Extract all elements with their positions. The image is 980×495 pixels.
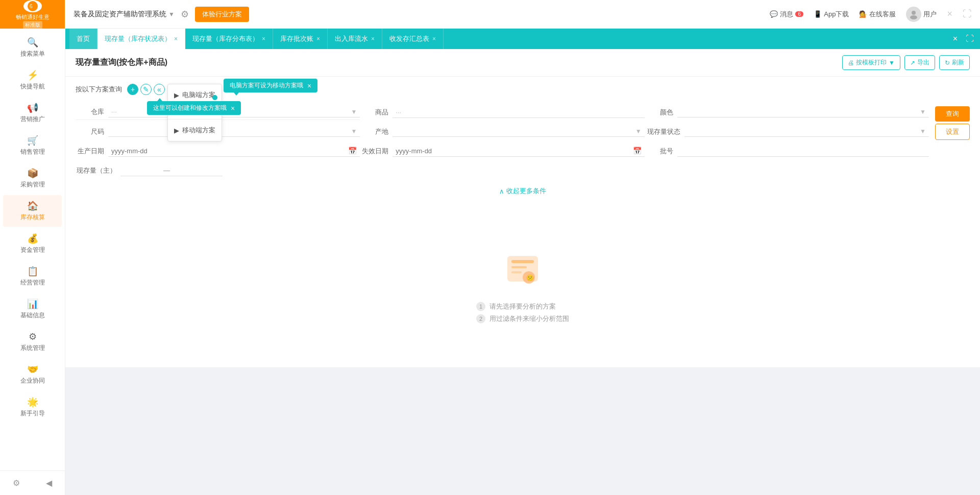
svg-point-2 <box>912 11 916 15</box>
stock-main-control[interactable]: — <box>120 165 223 176</box>
add-scheme-btn[interactable]: + <box>127 84 138 95</box>
inventory-icon: 🏠 <box>27 200 38 211</box>
sidebar-item-guide[interactable]: 🌟 新手引导 <box>3 391 62 423</box>
batch-no-input[interactable] <box>680 147 926 155</box>
tab-inout-flow-close[interactable]: × <box>371 35 375 42</box>
tab-inventory-dist-label: 现存量（库存分布表） <box>192 34 259 43</box>
search-btn[interactable]: 查询 <box>935 106 970 122</box>
system-title-text: 装备及固定资产辅助管理系统 <box>74 10 166 19</box>
goods-control[interactable]: ··· <box>393 107 644 118</box>
sidebar-item-sales[interactable]: 🛒 销售管理 <box>3 130 62 161</box>
system-title-select[interactable]: 装备及固定资产辅助管理系统 ▼ <box>74 10 175 19</box>
template-print-btn[interactable]: 🖨 按模板打印 ▼ <box>842 55 900 70</box>
tab-collect-summary-label: 收发存汇总表 <box>389 34 429 43</box>
tab-inventory-status-close[interactable]: × <box>174 35 178 42</box>
svg-point-0 <box>28 1 38 11</box>
warehouse-label: 仓库 <box>76 107 104 116</box>
sidebar-item-search[interactable]: 🔍 搜索菜单 <box>3 32 62 63</box>
origin-control[interactable]: ▼ <box>393 126 644 137</box>
sidebar-item-marketing[interactable]: 📢 营销推广 <box>3 97 62 129</box>
create-tooltip-close[interactable]: × <box>231 104 235 112</box>
operation-icon: 📋 <box>27 266 38 277</box>
sidebar-item-purchase[interactable]: 📦 采购管理 <box>3 162 62 194</box>
batch-no-control[interactable] <box>677 146 929 157</box>
topbar-close-icon[interactable]: × <box>947 9 952 19</box>
tab-inventory-dist-close[interactable]: × <box>262 35 265 42</box>
logo-text: 畅销通好生意 <box>16 13 50 21</box>
search-icon: 🔍 <box>27 37 38 48</box>
message-item[interactable]: 💬 消息 6 <box>770 10 803 19</box>
origin-field: 产地 ▼ <box>360 124 644 139</box>
origin-chevron: ▼ <box>635 128 642 135</box>
tab-batch-ledger-close[interactable]: × <box>316 35 320 42</box>
sidebar-item-enterprise[interactable]: 🤝 企业协同 <box>3 359 62 390</box>
produce-date-input[interactable] <box>111 147 348 155</box>
size-control[interactable]: ▼ <box>108 126 360 137</box>
tab-fullscreen-btn[interactable]: ⛶ <box>964 32 976 45</box>
page-title: 现存量查询(按仓库+商品) <box>76 57 167 68</box>
stock-status-control[interactable]: ▼ <box>684 126 929 137</box>
stock-main-start-input[interactable] <box>124 167 159 174</box>
step-1-text: 请先选择要分析的方案 <box>489 302 556 311</box>
color-control[interactable]: ▼ <box>677 107 929 117</box>
empty-illustration: 😕 <box>497 241 548 292</box>
export-icon: ↗ <box>910 59 915 66</box>
tab-inventory-status[interactable]: 现存量（库存状况表） × <box>97 29 185 49</box>
expire-date-control[interactable]: 📅 <box>393 145 644 157</box>
support-item[interactable]: 💁 在线客服 <box>859 10 896 19</box>
refresh-btn[interactable]: ↻ 刷新 <box>939 55 970 70</box>
color-field: 颜色 ▼ <box>645 104 929 120</box>
back-scheme-btn[interactable]: « <box>154 84 165 95</box>
scheme-desktop-header[interactable]: ▶ 电脑端方案 <box>174 88 215 102</box>
tabbar: 首页 现存量（库存状况表） × 现存量（库存分布表） × 库存批次账 × 出入库… <box>65 29 980 49</box>
tab-home[interactable]: 首页 <box>69 29 97 49</box>
empty-steps-list: 1 请先选择要分析的方案 2 用过滤条件来缩小分析范围 <box>476 302 569 326</box>
stock-status-field: 现存量状态 ▼ <box>645 124 929 139</box>
support-icon: 💁 <box>859 10 867 18</box>
produce-date-control[interactable]: 📅 <box>108 145 360 157</box>
stock-range-sep: — <box>163 167 170 174</box>
tab-collect-summary-close[interactable]: × <box>432 35 436 42</box>
collapse-sidebar-icon[interactable]: ◀ <box>42 476 56 490</box>
tab-inventory-dist[interactable]: 现存量（库存分布表） × <box>185 29 273 49</box>
tab-batch-ledger[interactable]: 库存批次账 × <box>273 29 328 49</box>
tab-collect-summary[interactable]: 收发存汇总表 × <box>382 29 444 49</box>
color-chevron: ▼ <box>920 108 926 115</box>
filter-action-btns: 查询 设置 <box>935 104 970 140</box>
sidebar-item-inventory[interactable]: 🏠 库存核算 <box>3 195 62 227</box>
stock-main-end-input[interactable] <box>174 167 210 174</box>
sidebar-logo: 6 畅销通好生意 标准版 <box>0 0 65 29</box>
topbar-settings-icon[interactable]: ⚙ <box>181 9 189 20</box>
sidebar-bottom: ⚙ ◀ <box>0 470 65 495</box>
scheme-tooltip-close[interactable]: × <box>307 82 311 90</box>
scheme-desktop-label: 电脑端方案 <box>182 90 215 100</box>
sidebar-item-operation[interactable]: 📋 经营管理 <box>3 261 62 292</box>
message-icon: 💬 <box>770 10 778 18</box>
message-label: 消息 <box>780 10 793 19</box>
sidebar-item-system[interactable]: ⚙ 系统管理 <box>3 326 62 358</box>
tab-inout-flow[interactable]: 出入库流水 × <box>328 29 382 49</box>
sidebar: 6 畅销通好生意 标准版 🔍 搜索菜单 ⚡ 快捷导航 📢 营销推广 🛒 销售管理… <box>0 0 65 495</box>
scheme-mobile-header[interactable]: ▶ 移动端方案 <box>174 124 215 137</box>
batch-no-field: 批号 <box>645 143 929 159</box>
sidebar-item-basic[interactable]: 📊 基础信息 <box>3 293 62 325</box>
app-download-item[interactable]: 📱 App下载 <box>814 10 849 19</box>
set-btn[interactable]: 设置 <box>935 124 970 140</box>
edit-scheme-btn[interactable]: ✎ <box>140 84 152 95</box>
expire-date-input[interactable] <box>396 147 632 155</box>
filter-buttons: + ✎ « <box>127 84 165 95</box>
topbar-fullscreen-icon[interactable]: ⛶ <box>963 9 972 19</box>
sidebar-item-finance[interactable]: 💰 资金管理 <box>3 228 62 260</box>
refresh-icon: ↻ <box>945 59 950 66</box>
tab-close-all-btn[interactable]: × <box>951 32 960 45</box>
collapse-row[interactable]: ∧ 收起更多条件 <box>76 182 970 200</box>
settings-bottom-icon[interactable]: ⚙ <box>9 476 24 490</box>
template-print-chevron: ▼ <box>889 59 895 66</box>
user-item[interactable]: 用户 <box>906 7 937 22</box>
logo-icon: 6 <box>23 0 42 12</box>
produce-date-field: 生产日期 📅 <box>76 143 360 159</box>
warehouse-chevron: ▼ <box>351 108 357 115</box>
industry-btn[interactable]: 体验行业方案 <box>195 7 249 22</box>
export-btn[interactable]: ↗ 导出 <box>904 55 935 70</box>
sidebar-item-quick[interactable]: ⚡ 快捷导航 <box>3 64 62 96</box>
